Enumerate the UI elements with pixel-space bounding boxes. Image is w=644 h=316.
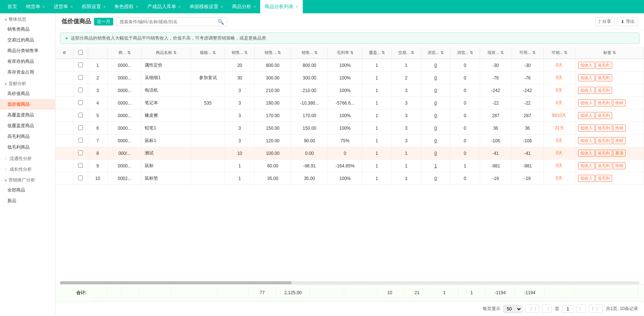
table-wrapper[interactable]: ⚙ 商... ⇅ 商品名称 ⇅ 规格... ⇅ 销售... ⇅ 销售... ⇅ … [56,47,644,281]
row-checkbox[interactable] [73,59,88,72]
row-settings[interactable] [56,172,73,185]
row-settings[interactable] [56,109,73,122]
export-button[interactable]: ⬇ 导出 [617,17,638,26]
horizontal-scrollbar[interactable] [60,281,640,284]
sidebar-group-liquidity[interactable]: 〉 流通性分析 [0,153,55,163]
nav-permission-settings[interactable]: 权限设置 × [77,0,110,13]
sidebar-item-sales-goods[interactable]: 销售类商品 [0,24,55,35]
row-select-checkbox[interactable] [78,150,83,155]
sidebar-group-growth[interactable]: 〉 成长性分析 [0,163,55,174]
close-icon[interactable]: × [103,4,105,9]
search-icon[interactable]: 🔍 [218,19,224,25]
sidebar-item-all-goods[interactable]: 全部商品 [0,185,55,196]
page-size-select[interactable]: 50 100 200 [503,305,522,313]
sidebar-item-category-sales-rate[interactable]: 商品分类销售率 [0,45,55,56]
close-icon[interactable]: × [43,4,45,9]
sidebar-item-stocked-goods[interactable]: 有库存的商品 [0,56,55,67]
nav-home[interactable]: 首页 [3,0,21,13]
next-page-button[interactable]: 〉 [576,305,586,313]
browse1-link[interactable]: 0 [435,126,437,131]
sidebar-item-low-coverage[interactable]: 低覆盖度商品 [0,120,55,131]
close-icon[interactable]: × [254,4,256,9]
row-checkbox[interactable] [73,122,88,135]
col-header-sales-amt[interactable]: 销售... ⇅ [254,47,291,59]
sidebar-item-high-margin[interactable]: 高毛利商品 [0,131,55,142]
col-header-sales-cost[interactable]: 销售... ⇅ [291,47,328,59]
col-header-tag[interactable]: 标签 ⇅ [575,47,644,59]
nav-sales-order[interactable]: 销货单 × [21,0,49,13]
col-header-margin-rate[interactable]: 毛利率 ⇅ [328,47,362,59]
col-header-saleable[interactable]: 可销... ⇅ [543,47,575,59]
nav-template-settings[interactable]: 单据模板设置 × [185,0,227,13]
row-checkbox[interactable] [73,84,88,97]
browse1-link[interactable]: 0 [435,75,437,81]
nav-product-analysis[interactable]: 商品分析 × [228,0,260,13]
row-checkbox[interactable] [73,160,88,172]
sidebar-item-low-value[interactable]: 低价值商品 [0,99,55,110]
page-number-input[interactable] [562,305,573,313]
date-filter-badge[interactable]: 近一月 [94,18,113,26]
row-settings[interactable] [56,135,73,147]
browse1-link[interactable]: 0 [435,176,437,181]
sidebar-item-high-coverage[interactable]: 高覆盖度商品 [0,110,55,120]
col-header-check[interactable] [73,47,88,59]
row-select-checkbox[interactable] [78,88,83,92]
nav-purchase-order[interactable]: 进货单 × [49,0,77,13]
sidebar-item-new-goods[interactable]: 新品 [0,196,55,206]
col-header-settings[interactable]: ⚙ [56,47,73,59]
close-icon[interactable]: × [296,4,298,9]
col-header-code[interactable]: 商... ⇅ [107,47,142,59]
row-select-checkbox[interactable] [78,100,83,105]
col-header-spec[interactable]: 规格... ⇅ [191,47,225,59]
share-button[interactable]: ⤴ 分享 [595,17,614,26]
row-checkbox[interactable] [73,172,88,185]
sidebar-item-traded-goods[interactable]: 交易过的商品 [0,35,55,45]
sidebar-group-overview[interactable]: ∨ 整体信息 [0,13,55,24]
col-header-browse2[interactable]: 浏览... ⇅ [450,47,480,59]
row-checkbox[interactable] [73,72,88,84]
close-icon[interactable]: × [221,4,223,9]
browse1-link[interactable]: 0 [435,113,437,118]
row-select-checkbox[interactable] [78,125,83,130]
browse1-link[interactable]: 0 [435,101,437,106]
row-settings[interactable] [56,160,73,172]
close-icon[interactable]: × [70,4,73,9]
row-select-checkbox[interactable] [78,138,83,143]
sidebar-group-contribution[interactable]: ∨ 贡献分析 [0,78,55,88]
sidebar-group-marketing[interactable]: ∨ 营销推广分析 [0,174,55,185]
col-header-current[interactable]: 现有... ⇅ [480,47,511,59]
row-settings[interactable] [56,84,73,97]
browse1-link[interactable]: 0 [435,88,437,93]
row-select-checkbox[interactable] [78,75,83,80]
col-header-trade[interactable]: 交易... ⇅ [392,47,421,59]
row-select-checkbox[interactable] [78,113,83,118]
row-settings[interactable] [56,97,73,109]
col-header-browse1[interactable]: 浏览... ⇅ [421,47,450,59]
select-all-checkbox[interactable] [78,50,83,55]
col-header-sales-qty[interactable]: 销售... ⇅ [225,47,254,59]
row-settings[interactable] [56,59,73,72]
last-page-button[interactable]: 〉〉 [589,305,603,313]
row-checkbox[interactable] [73,109,88,122]
browse1-link[interactable]: 0 [435,63,437,68]
row-settings[interactable] [56,122,73,135]
row-checkbox[interactable] [73,135,88,147]
row-checkbox[interactable] [73,97,88,109]
close-icon[interactable]: × [178,4,181,9]
row-settings[interactable] [56,147,73,160]
sidebar-item-low-margin[interactable]: 低毛利商品 [0,142,55,153]
prev-page-button[interactable]: 〈 [542,305,552,313]
col-header-available[interactable]: 可用... ⇅ [511,47,543,59]
close-icon[interactable]: × [136,4,138,9]
nav-role-auth[interactable]: 角色授权 × [110,0,142,13]
row-settings[interactable] [56,72,73,84]
browse1-link[interactable]: 0 [435,151,437,156]
row-select-checkbox[interactable] [78,176,83,180]
row-checkbox[interactable] [73,147,88,160]
nav-product-analysis-list[interactable]: 商品分析列表 × [260,0,302,13]
browse1-link[interactable]: 0 [435,138,437,143]
row-select-checkbox[interactable] [78,163,83,168]
sidebar-item-stock-capital[interactable]: 库存资金占用 [0,67,55,78]
first-page-button[interactable]: 〈〈 [525,305,539,313]
col-header-name[interactable]: 商品名称 ⇅ [142,47,191,59]
